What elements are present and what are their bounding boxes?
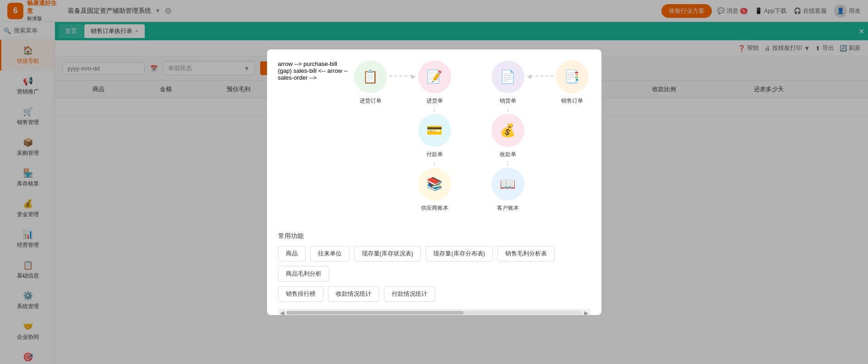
- btn-receipt-stats[interactable]: 收款情况统计: [328, 286, 379, 302]
- main-layout: 🔍 搜索菜单 🏠 快捷导航 📢 营销推广 🛒 销售管理 📦 采购管理 🏪: [0, 22, 868, 364]
- sales-order-node[interactable]: 📑 销售订单: [556, 60, 589, 105]
- purchase-order-node[interactable]: 📋 进货订单: [354, 60, 387, 105]
- btn-sales-profit-table[interactable]: 销售毛利分析表: [497, 246, 555, 261]
- purchase-bill-label: 进货单: [426, 97, 443, 105]
- scroll-track[interactable]: [286, 311, 582, 315]
- scroll-right-btn[interactable]: ▶: [584, 310, 589, 315]
- btn-goods[interactable]: 商品: [278, 246, 306, 261]
- common-btns: 商品 往来单位 现存量(库存状况表) 现存量(库存分布表) 销售毛利分析表 商品…: [278, 246, 590, 282]
- supplier-ledger-icon[interactable]: 📚: [418, 168, 451, 201]
- app-wrapper: 6 畅康通好生意 标准版 装备及固定资产辅助管理系统 ▼ ⚙ 体验行业方案 💬 …: [0, 0, 868, 364]
- sales-order-icon[interactable]: 📑: [556, 60, 589, 93]
- scroll-thumb: [286, 311, 464, 315]
- content-area: 首页 销售订单执行表 × ✕ ❓ 帮助 🖨: [55, 22, 868, 364]
- page-content: ❓ 帮助 🖨 按模板打印 ▼ ⬆ 导出 🔄 刷新: [55, 40, 868, 364]
- customer-ledger-node[interactable]: 📖 客户账本: [491, 168, 524, 212]
- modal: arrow --> purchase-bill (gap) sales-bill…: [267, 49, 601, 315]
- btn-stock-status[interactable]: 现存量(库存状况表): [354, 246, 421, 261]
- supplier-ledger-label: 供应商账本: [421, 204, 448, 212]
- arrow-2: ◀: [527, 73, 553, 80]
- common-title: 常用功能: [278, 232, 590, 240]
- sales-bill-node[interactable]: 📄 销货单: [491, 60, 524, 105]
- scroll-bar: ◀ ▶: [278, 309, 590, 315]
- down-arrow-4: ↓: [506, 158, 510, 168]
- payment-bill-node[interactable]: 💳 付款单: [418, 114, 451, 158]
- customer-ledger-label: 客户账本: [497, 204, 519, 212]
- customer-ledger-icon[interactable]: 📖: [491, 168, 524, 201]
- common-btns-row2: 销售排行榜 收款情况统计 付款情况统计: [278, 286, 590, 302]
- sales-bill-label: 销货单: [500, 97, 516, 105]
- sales-bill-icon[interactable]: 📄: [491, 60, 524, 93]
- arrow-1: ▶: [389, 73, 416, 80]
- common-section: 常用功能 商品 往来单位 现存量(库存状况表) 现存量(库存分布表) 销售毛利分…: [278, 232, 590, 302]
- btn-payment-stats[interactable]: 付款情况统计: [384, 286, 435, 302]
- purchase-bill-icon[interactable]: 📝: [418, 60, 451, 93]
- purchase-bill-node[interactable]: 📝 进货单: [418, 60, 451, 105]
- modal-overlay[interactable]: arrow --> purchase-bill (gap) sales-bill…: [55, 40, 868, 364]
- receipt-bill-icon[interactable]: 💰: [491, 114, 524, 147]
- supplier-ledger-node[interactable]: 📚 供应商账本: [418, 168, 451, 212]
- payment-bill-label: 付款单: [426, 151, 443, 158]
- down-arrow-1: ↓: [432, 104, 437, 114]
- btn-partners[interactable]: 往来单位: [310, 246, 349, 261]
- purchase-order-icon[interactable]: 📋: [354, 60, 387, 93]
- purchase-order-label: 进货订单: [360, 97, 382, 105]
- scroll-left-btn[interactable]: ◀: [280, 310, 284, 315]
- payment-bill-icon[interactable]: 💳: [418, 114, 451, 147]
- receipt-bill-node[interactable]: 💰 收款单: [491, 114, 524, 158]
- btn-stock-dist[interactable]: 现存量(库存分布表): [426, 246, 493, 261]
- sales-order-label: 销售订单: [561, 97, 583, 105]
- flow-diagram: arrow --> purchase-bill (gap) sales-bill…: [278, 60, 590, 221]
- down-arrow-3: ↓: [432, 158, 437, 168]
- receipt-bill-label: 收款单: [500, 151, 516, 158]
- btn-goods-profit[interactable]: 商品毛利分析: [278, 266, 329, 282]
- btn-sales-rank[interactable]: 销售排行榜: [278, 286, 323, 302]
- down-arrow-2: ↓: [506, 104, 510, 114]
